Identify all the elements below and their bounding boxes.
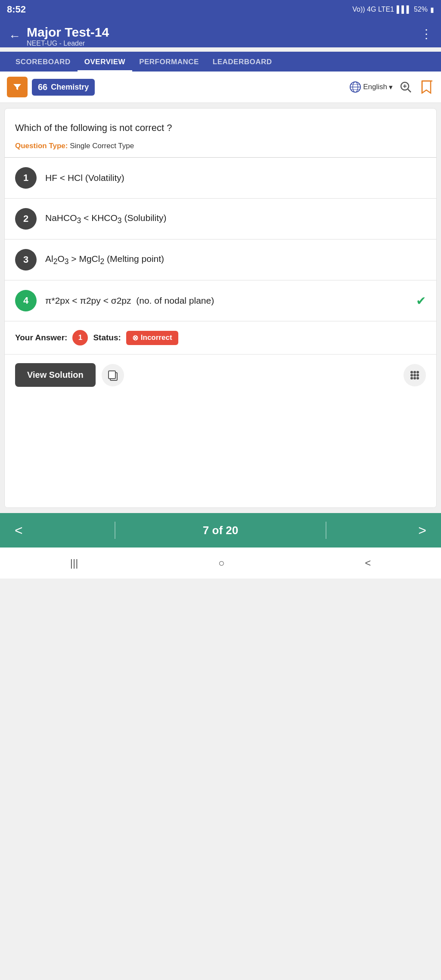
- bookmark-icon: [420, 80, 432, 94]
- header-left: ← Major Test-14 NEET-UG - Leader: [9, 25, 109, 47]
- svg-point-16: [410, 374, 413, 376]
- svg-point-18: [416, 374, 419, 376]
- language-label: English: [363, 83, 387, 91]
- nav-divider-right: [326, 522, 326, 539]
- signal-bars: ▌▌▌: [397, 6, 411, 13]
- option-row-2[interactable]: 2 NaHCO3 < KHCO3 (Solubility): [5, 199, 436, 240]
- system-nav: ||| ○ <: [0, 548, 441, 579]
- page-title: Major Test-14: [27, 25, 109, 40]
- grid-button[interactable]: [404, 364, 426, 386]
- your-answer-label: Your Answer:: [15, 333, 67, 342]
- question-number: 66: [38, 82, 47, 92]
- filter-button[interactable]: [7, 77, 28, 97]
- svg-point-19: [410, 377, 413, 380]
- svg-point-21: [416, 377, 419, 380]
- action-row: View Solution: [5, 355, 436, 395]
- back-button-sys[interactable]: <: [365, 557, 371, 569]
- nav-divider-left: [115, 522, 115, 539]
- question-type-label: Question Type:: [15, 142, 68, 150]
- your-answer-badge: 1: [72, 330, 88, 345]
- view-solution-button[interactable]: View Solution: [15, 363, 96, 387]
- filter-right: English ▾: [349, 79, 434, 95]
- bottom-nav: < 7 of 20 >: [0, 513, 441, 548]
- answer-status-row: Your Answer: 1 Status: ⊗ Incorrect: [5, 321, 436, 355]
- incorrect-icon: ⊗: [132, 333, 138, 342]
- filter-icon: [12, 82, 22, 92]
- option-row-3[interactable]: 3 Al2O3 > MgCl2 (Melting point): [5, 240, 436, 280]
- zoom-icon: [400, 81, 412, 93]
- zoom-button[interactable]: [398, 79, 413, 95]
- svg-point-15: [416, 371, 419, 373]
- svg-point-17: [413, 374, 416, 376]
- back-button[interactable]: ←: [9, 29, 21, 43]
- option-circle-4: 4: [15, 290, 37, 311]
- language-dropdown-arrow: ▾: [389, 83, 393, 92]
- grid-icon: [409, 369, 421, 381]
- status-label: Status:: [93, 333, 121, 342]
- prev-button[interactable]: <: [10, 518, 27, 543]
- battery-percent: 52%: [414, 6, 428, 13]
- header-title-block: Major Test-14 NEET-UG - Leader: [27, 25, 109, 47]
- option-text-3: Al2O3 > MgCl2 (Melting point): [45, 252, 426, 267]
- status-time: 8:52: [7, 4, 26, 15]
- page-subtitle: NEET-UG - Leader: [27, 40, 109, 47]
- copy-icon: [107, 369, 119, 381]
- option-text-2: NaHCO3 < KHCO3 (Solubility): [45, 212, 426, 226]
- status-icons: Vo)) 4G LTE1 ▌▌▌ 52% ▮: [352, 6, 434, 14]
- question-badge: 66 Chemistry: [32, 79, 95, 96]
- next-button[interactable]: >: [414, 518, 431, 543]
- svg-point-14: [413, 371, 416, 373]
- language-selector[interactable]: English ▾: [349, 81, 393, 93]
- svg-point-20: [413, 377, 416, 380]
- subject-label: Chemistry: [51, 83, 89, 92]
- battery-icon: ▮: [430, 6, 434, 14]
- question-text: Which of the following is not correct ?: [5, 109, 436, 142]
- globe-icon: [349, 81, 361, 93]
- option-circle-3: 3: [15, 249, 37, 271]
- filter-left: 66 Chemistry: [7, 77, 95, 97]
- option-text-1: HF < HCl (Volatility): [45, 171, 426, 184]
- card-spacer: [5, 395, 436, 507]
- question-card: Which of the following is not correct ? …: [4, 108, 437, 508]
- copy-button[interactable]: [102, 364, 124, 386]
- option-circle-2: 2: [15, 208, 37, 230]
- status-bar: 8:52 Vo)) 4G LTE1 ▌▌▌ 52% ▮: [0, 0, 441, 19]
- more-options-button[interactable]: ⋮: [420, 25, 432, 41]
- option-circle-1: 1: [15, 167, 37, 189]
- nav-tabs: SCOREBOARD OVERVIEW PERFORMANCE LEADERBO…: [0, 52, 441, 72]
- network-label: Vo)) 4G LTE1: [352, 6, 394, 13]
- bookmark-button[interactable]: [419, 79, 434, 95]
- svg-rect-12: [109, 371, 115, 379]
- home-button[interactable]: ○: [218, 557, 225, 569]
- svg-point-13: [410, 371, 413, 373]
- tab-leaderboard[interactable]: LEADERBOARD: [206, 52, 279, 72]
- tab-performance[interactable]: PERFORMANCE: [132, 52, 206, 72]
- page-info: 7 of 20: [203, 524, 238, 537]
- tab-scoreboard[interactable]: SCOREBOARD: [9, 52, 78, 72]
- option-text-4: π*2px < π2py < σ2pz (no. of nodal plane): [45, 294, 407, 307]
- header: ← Major Test-14 NEET-UG - Leader ⋮: [0, 19, 441, 47]
- question-type: Question Type: Single Correct Type: [5, 142, 436, 158]
- action-left: View Solution: [15, 363, 124, 387]
- option-row-4[interactable]: 4 π*2px < π2py < σ2pz (no. of nodal plan…: [5, 280, 436, 321]
- incorrect-badge: ⊗ Incorrect: [126, 331, 178, 345]
- svg-line-6: [408, 89, 411, 92]
- option-row-1[interactable]: 1 HF < HCl (Volatility): [5, 158, 436, 199]
- correct-check-icon: ✔: [416, 294, 426, 308]
- question-type-value: Single Correct Type: [70, 142, 134, 150]
- filter-bar: 66 Chemistry English ▾: [0, 72, 441, 103]
- incorrect-text: Incorrect: [141, 333, 172, 342]
- menu-button[interactable]: |||: [70, 557, 78, 569]
- tab-overview[interactable]: OVERVIEW: [78, 52, 132, 72]
